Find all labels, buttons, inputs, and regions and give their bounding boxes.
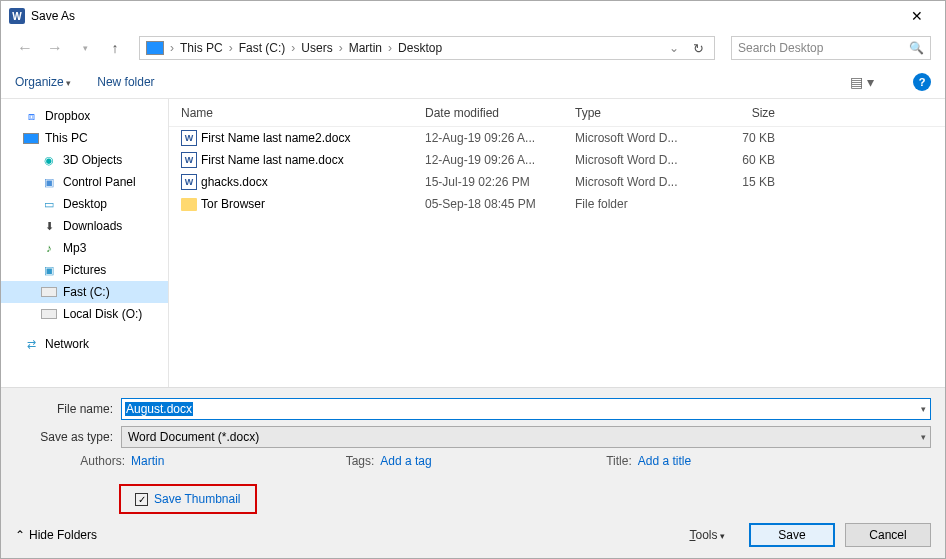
column-size[interactable]: Size <box>705 106 795 120</box>
tree-label: Dropbox <box>45 109 90 123</box>
search-input[interactable]: Search Desktop 🔍 <box>731 36 931 60</box>
tree-item-network[interactable]: ⇄ Network <box>1 333 168 355</box>
save-thumbnail-highlight: ✓ Save Thumbnail <box>119 484 257 514</box>
save-thumbnail-label[interactable]: Save Thumbnail <box>154 492 241 506</box>
up-button[interactable]: ↑ <box>105 40 125 56</box>
chevron-right-icon: › <box>168 41 176 55</box>
authors-value[interactable]: Martin <box>131 454 164 468</box>
search-icon: 🔍 <box>909 41 924 55</box>
dropdown-icon[interactable]: ▾ <box>921 432 926 442</box>
tree-label: Mp3 <box>63 241 86 255</box>
type-value: Word Document (*.docx) <box>128 430 259 444</box>
dialog-title: Save As <box>31 9 897 23</box>
file-size: 15 KB <box>705 175 795 189</box>
tree-label: Control Panel <box>63 175 136 189</box>
save-as-type-select[interactable]: Word Document (*.docx) ▾ <box>121 426 931 448</box>
cancel-button[interactable]: Cancel <box>845 523 931 547</box>
tree-item-mp3[interactable]: ♪ Mp3 <box>1 237 168 259</box>
dropbox-icon: ⧈ <box>23 109 39 123</box>
tree-label: Desktop <box>63 197 107 211</box>
tree-item-dropbox[interactable]: ⧈ Dropbox <box>1 105 168 127</box>
history-dropdown[interactable]: ▾ <box>75 43 95 53</box>
file-row[interactable]: Wghacks.docx15-Jul-19 02:26 PMMicrosoft … <box>169 171 945 193</box>
hide-folders-label: Hide Folders <box>29 528 97 542</box>
dropdown-icon[interactable]: ▾ <box>921 404 926 414</box>
pc-icon <box>146 41 164 55</box>
tree-item-desktop[interactable]: ▭ Desktop <box>1 193 168 215</box>
save-as-type-label: Save as type: <box>15 430 121 444</box>
drive-icon <box>41 285 57 299</box>
control-panel-icon: ▣ <box>41 175 57 189</box>
hide-folders-button[interactable]: ⌃ Hide Folders <box>15 528 97 542</box>
tree-item-local-disk[interactable]: Local Disk (O:) <box>1 303 168 325</box>
tree-label: Local Disk (O:) <box>63 307 142 321</box>
save-button[interactable]: Save <box>749 523 835 547</box>
word-doc-icon: W <box>181 130 197 146</box>
address-dropdown-icon[interactable]: ⌄ <box>663 41 685 55</box>
file-type: Microsoft Word D... <box>575 131 705 145</box>
column-date[interactable]: Date modified <box>425 106 575 120</box>
tags-input[interactable]: Add a tag <box>380 454 431 468</box>
desktop-icon: ▭ <box>41 197 57 211</box>
title-input[interactable]: Add a title <box>638 454 691 468</box>
metadata-row: Authors: Martin Tags: Add a tag Title: A… <box>15 454 931 468</box>
tags-label: Tags: <box>322 454 374 468</box>
search-placeholder: Search Desktop <box>738 41 909 55</box>
crumb-users[interactable]: Users <box>297 41 336 55</box>
word-app-icon: W <box>9 8 25 24</box>
3d-objects-icon: ◉ <box>41 153 57 167</box>
word-doc-icon: W <box>181 174 197 190</box>
downloads-icon: ⬇ <box>41 219 57 233</box>
tree-item-3d-objects[interactable]: ◉ 3D Objects <box>1 149 168 171</box>
tree-label: Network <box>45 337 89 351</box>
help-button[interactable]: ? <box>913 73 931 91</box>
tree-item-fast-c[interactable]: Fast (C:) <box>1 281 168 303</box>
folder-icon <box>181 198 197 211</box>
title-label: Title: <box>580 454 632 468</box>
file-type: Microsoft Word D... <box>575 175 705 189</box>
chevron-right-icon: › <box>289 41 297 55</box>
navigation-tree[interactable]: ⧈ Dropbox This PC ◉ 3D Objects ▣ Control… <box>1 99 169 387</box>
file-date: 05-Sep-18 08:45 PM <box>425 197 575 211</box>
filename-input[interactable]: August.docx ▾ <box>121 398 931 420</box>
refresh-button[interactable]: ↻ <box>685 41 712 56</box>
tools-menu[interactable]: Tools <box>689 528 725 542</box>
view-options-button[interactable]: ▤ ▾ <box>847 72 877 92</box>
chevron-up-icon: ⌃ <box>15 528 25 542</box>
file-row[interactable]: WFirst Name last name2.docx12-Aug-19 09:… <box>169 127 945 149</box>
save-thumbnail-checkbox[interactable]: ✓ <box>135 493 148 506</box>
authors-label: Authors: <box>73 454 125 468</box>
file-list[interactable]: Name Date modified Type Size WFirst Name… <box>169 99 945 387</box>
crumb-martin[interactable]: Martin <box>345 41 386 55</box>
back-button[interactable]: ← <box>15 39 35 57</box>
tree-item-control-panel[interactable]: ▣ Control Panel <box>1 171 168 193</box>
new-folder-button[interactable]: New folder <box>97 75 154 89</box>
dialog-footer: ⌃ Hide Folders Tools Save Cancel <box>1 518 945 558</box>
tree-item-this-pc[interactable]: This PC <box>1 127 168 149</box>
crumb-this-pc[interactable]: This PC <box>176 41 227 55</box>
pictures-icon: ▣ <box>41 263 57 277</box>
title-bar: W Save As ✕ <box>1 1 945 31</box>
forward-button[interactable]: → <box>45 39 65 57</box>
drive-icon <box>41 307 57 321</box>
organize-button[interactable]: Organize <box>15 75 71 89</box>
filename-label: File name: <box>15 402 121 416</box>
tree-label: 3D Objects <box>63 153 122 167</box>
tree-item-pictures[interactable]: ▣ Pictures <box>1 259 168 281</box>
address-bar[interactable]: › This PC › Fast (C:) › Users › Martin ›… <box>139 36 715 60</box>
tree-item-downloads[interactable]: ⬇ Downloads <box>1 215 168 237</box>
file-row[interactable]: WFirst Name last name.docx12-Aug-19 09:2… <box>169 149 945 171</box>
file-name: First Name last name2.docx <box>201 131 350 145</box>
network-icon: ⇄ <box>23 337 39 351</box>
crumb-fast-c[interactable]: Fast (C:) <box>235 41 290 55</box>
file-row[interactable]: Tor Browser05-Sep-18 08:45 PMFile folder <box>169 193 945 215</box>
file-date: 12-Aug-19 09:26 A... <box>425 153 575 167</box>
column-type[interactable]: Type <box>575 106 705 120</box>
file-name: Tor Browser <box>201 197 265 211</box>
file-date: 12-Aug-19 09:26 A... <box>425 131 575 145</box>
pc-icon <box>23 131 39 145</box>
column-name[interactable]: Name <box>169 106 425 120</box>
close-button[interactable]: ✕ <box>897 8 937 24</box>
file-date: 15-Jul-19 02:26 PM <box>425 175 575 189</box>
crumb-desktop[interactable]: Desktop <box>394 41 446 55</box>
